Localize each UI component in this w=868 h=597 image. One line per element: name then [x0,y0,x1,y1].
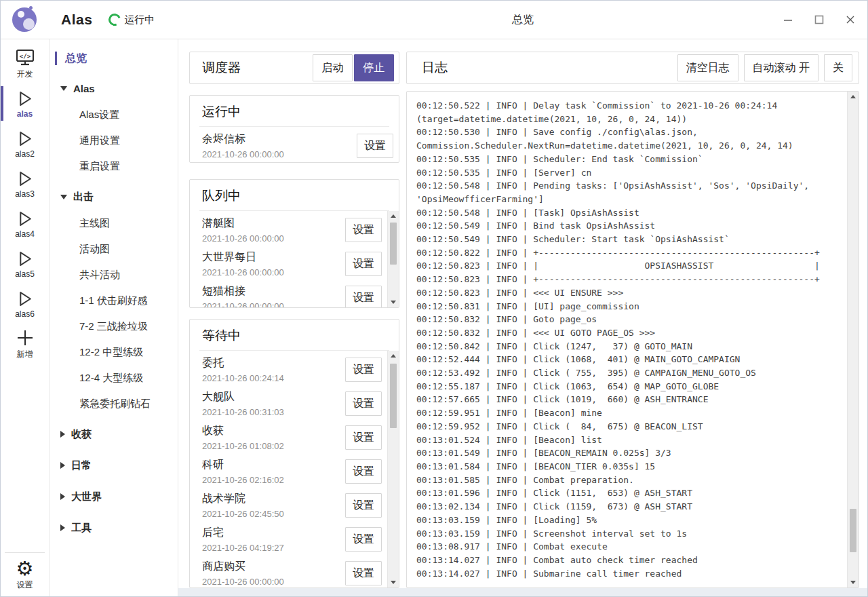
app-window: Alas 运行中 总览 </> [0,0,868,597]
queued-title: 队列中 [190,180,399,210]
menu-item-overview[interactable]: 总览 [50,49,178,68]
close-icon[interactable] [843,12,858,27]
task-name: 大世界每日 [202,250,345,265]
autoscroll-on-button[interactable]: 自动滚动 开 [744,54,818,81]
chevron-right-icon [60,524,65,531]
scrollbar-thumb[interactable] [850,509,856,552]
menu-group-收获[interactable]: 收获 [50,421,178,448]
task-name: 委托 [202,356,345,370]
task-settings-button[interactable]: 设置 [345,286,382,307]
clear-log-button[interactable]: 清空日志 [677,54,738,81]
menu-group-工具[interactable]: 工具 [50,514,178,541]
task-settings-button[interactable]: 设置 [357,134,393,158]
rail-item-dev[interactable]: </> 开发 [1,43,49,83]
task-settings-button[interactable]: 设置 [345,493,382,518]
task-name: 商店购买 [202,560,345,574]
scroll-up-icon[interactable] [848,92,859,102]
menu-group-label: Alas [73,83,95,94]
task-settings-button[interactable]: 设置 [345,391,382,416]
rail-item-alas4[interactable]: alas4 [1,204,49,244]
main-content: 调度器 启动 停止 运行中 余烬信标2021-10-26 00:00:00设置 … [178,39,867,596]
menu-group-label: 大世界 [71,490,102,503]
maximize-icon[interactable] [812,12,827,27]
scroll-up-icon[interactable] [388,211,399,221]
chevron-right-icon [60,462,65,469]
menu-group-Alas[interactable]: Alas [50,75,178,102]
rail-item-add[interactable]: 新增 [1,324,49,364]
page-title: 总览 [178,13,867,27]
rail-item-alas2[interactable]: alas2 [1,123,49,163]
rail-item-label: alas6 [15,309,35,319]
menu-group-日常[interactable]: 日常 [50,452,178,479]
task-row: 科研2021-10-26 02:16:02设置 [190,454,387,488]
menu-item-7-2 三战捡垃圾[interactable]: 7-2 三战捡垃圾 [50,313,178,339]
titlebar: Alas 运行中 总览 [1,1,867,39]
task-next-run-time: 2021-10-26 00:00:00 [202,233,345,244]
task-name: 余烬信标 [202,132,357,147]
task-next-run-time: 2021-10-26 00:00:00 [202,577,345,587]
task-settings-button[interactable]: 设置 [345,459,382,484]
task-settings-button[interactable]: 设置 [345,561,382,585]
menu-item-共斗活动[interactable]: 共斗活动 [50,262,178,288]
scroll-down-icon[interactable] [388,297,399,307]
nav-menu: 总览 AlasAlas设置通用设置重启设置出击主线图活动图共斗活动1-1 伏击刷… [50,39,178,596]
bottom-strip [178,588,867,596]
chevron-right-icon [60,431,65,438]
task-next-run-time: 2021-10-26 04:19:27 [202,543,345,553]
menu-item-Alas设置[interactable]: Alas设置 [50,102,178,128]
menu-item-通用设置[interactable]: 通用设置 [50,128,178,153]
menu-item-主线图[interactable]: 主线图 [50,210,178,236]
waiting-scrollbar[interactable] [387,351,399,588]
menu-group-label: 工具 [71,522,92,535]
task-settings-button[interactable]: 设置 [345,527,382,552]
rail-item-label: alas3 [15,189,35,199]
start-button[interactable]: 启动 [313,54,353,81]
task-settings-button[interactable]: 设置 [345,358,382,382]
task-next-run-time: 2021-10-26 02:45:50 [202,509,345,519]
rail-item-alas5[interactable]: alas5 [1,244,49,284]
log-column: 日志 清空日志 自动滚动 开 关 00:12:50.522 | INFO | D… [406,52,859,588]
rail-item-alas6[interactable]: alas6 [1,284,49,324]
task-next-run-time: 2021-10-26 00:00:00 [202,149,357,159]
autoscroll-off-button[interactable]: 关 [824,54,852,81]
scrollbar-thumb[interactable] [390,364,397,428]
menu-item-重启设置[interactable]: 重启设置 [50,153,178,179]
rail-item-settings[interactable]: ⚙ 设置 [1,553,49,596]
task-next-run-time: 2021-10-26 00:24:14 [202,373,345,383]
task-settings-button[interactable]: 设置 [345,218,382,242]
task-settings-button[interactable]: 设置 [345,425,382,450]
menu-item-1-1 伏击刷好感[interactable]: 1-1 伏击刷好感 [50,288,178,313]
play-icon [16,248,34,269]
minimize-icon[interactable] [781,12,795,27]
task-name: 后宅 [202,526,345,540]
log-output[interactable]: 00:12:50.522 | INFO | Delay task `Commis… [407,92,859,588]
scroll-down-icon[interactable] [388,577,399,588]
log-header-card: 日志 清空日志 自动滚动 开 关 [406,52,859,84]
menu-item-12-4 大型练级[interactable]: 12-4 大型练级 [50,365,178,391]
log-title: 日志 [422,59,672,77]
task-settings-button[interactable]: 设置 [345,252,382,276]
log-scrollbar[interactable] [847,92,859,588]
task-next-run-time: 2021-10-26 02:16:02 [202,475,345,485]
menu-item-12-2 中型练级[interactable]: 12-2 中型练级 [50,339,178,365]
menu-item-紧急委托刷钻石[interactable]: 紧急委托刷钻石 [50,391,178,417]
task-name: 科研 [202,458,345,472]
play-icon [16,128,34,149]
rail-item-alas3[interactable]: alas3 [1,163,49,204]
scroll-up-icon[interactable] [388,351,399,361]
queued-scrollbar[interactable] [387,211,399,307]
task-row: 战术学院2021-10-26 02:45:50设置 [190,488,387,522]
rail-item-alas[interactable]: alas [1,83,49,123]
task-next-run-time: 2021-10-26 00:00:00 [202,301,345,307]
menu-group-出击[interactable]: 出击 [50,183,178,210]
rail-item-label: alas4 [15,229,35,239]
stop-button[interactable]: 停止 [354,54,394,81]
rail-item-label: alas2 [15,149,35,159]
play-icon [16,168,34,189]
task-row: 后宅2021-10-26 04:19:27设置 [190,522,387,556]
play-icon [16,208,34,229]
menu-item-活动图[interactable]: 活动图 [50,236,178,262]
scrollbar-thumb[interactable] [390,223,397,265]
menu-group-大世界[interactable]: 大世界 [50,483,178,510]
scroll-down-icon[interactable] [848,577,859,588]
